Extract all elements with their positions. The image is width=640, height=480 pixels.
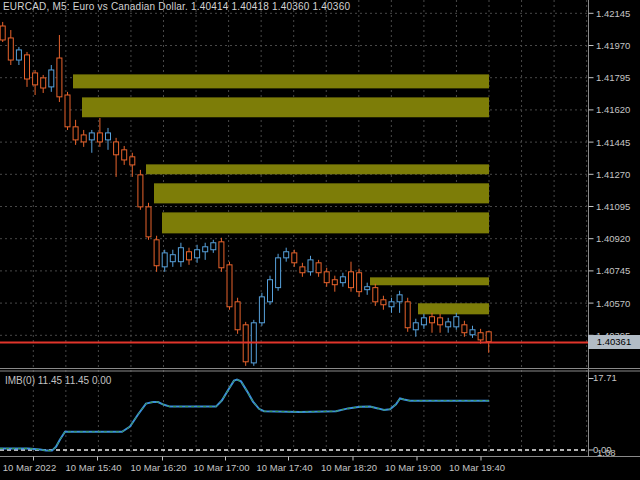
current-price-badge: 1.40361 bbox=[588, 335, 640, 349]
price-axis-label: 1.41620 bbox=[596, 104, 640, 115]
chart-canvas[interactable] bbox=[0, 0, 640, 480]
indicator-overlap-label: 1.08 bbox=[597, 447, 616, 458]
indicator-label: IMB(0) 11.45 11.45 0.00 bbox=[5, 375, 111, 386]
time-axis-label: 10 Mar 19:40 bbox=[449, 462, 505, 473]
time-axis-label: 10 Mar 2022 bbox=[3, 462, 56, 473]
price-axis-label: 1.41970 bbox=[596, 40, 640, 51]
price-axis-label: 1.42145 bbox=[596, 8, 640, 19]
time-axis-label: 10 Mar 15:40 bbox=[66, 462, 122, 473]
time-axis-label: 10 Mar 17:00 bbox=[194, 462, 250, 473]
price-axis-label: 1.41095 bbox=[596, 201, 640, 212]
price-axis-label: 1.41270 bbox=[596, 169, 640, 180]
indicator-max-label: 17.71 bbox=[593, 372, 617, 383]
time-axis-label: 10 Mar 19:00 bbox=[385, 462, 441, 473]
time-axis-label: 10 Mar 17:40 bbox=[257, 462, 313, 473]
price-axis-label: 1.40920 bbox=[596, 233, 640, 244]
time-axis-label: 10 Mar 16:20 bbox=[131, 462, 187, 473]
price-axis-label: 1.40745 bbox=[596, 265, 640, 276]
mt5-chart-window: EURCAD, M5: Euro vs Canadian Dollar. 1.4… bbox=[0, 0, 640, 480]
chart-symbol-title: EURCAD, M5: Euro vs Canadian Dollar. 1.4… bbox=[3, 1, 350, 12]
price-axis-label: 1.41445 bbox=[596, 137, 640, 148]
price-axis-label: 1.40570 bbox=[596, 298, 640, 309]
price-axis-label: 1.41795 bbox=[596, 72, 640, 83]
time-axis-label: 10 Mar 18:20 bbox=[321, 462, 377, 473]
